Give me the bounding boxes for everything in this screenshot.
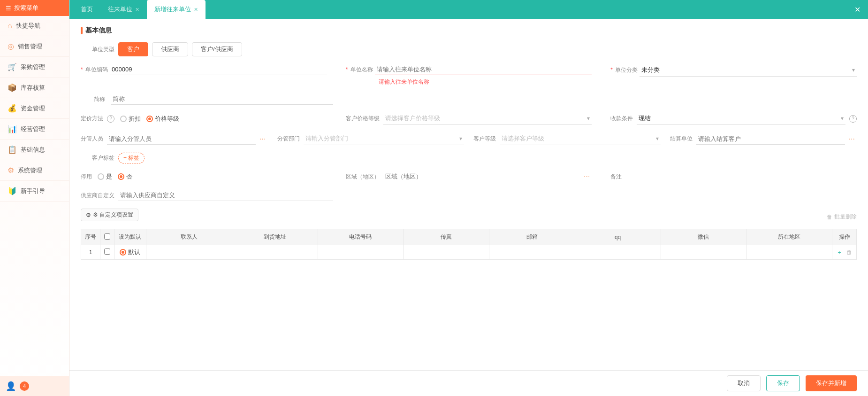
- sidebar-item-purchase[interactable]: 🛒 采购管理: [0, 57, 69, 78]
- qq-input[interactable]: [578, 249, 658, 256]
- tab-partners[interactable]: 往来单位 ✕: [100, 0, 147, 19]
- radio-no[interactable]: 否: [118, 172, 132, 181]
- row-checkbox[interactable]: [103, 248, 111, 255]
- custom-settings-label: ⚙ 自定义项设置: [93, 211, 133, 219]
- unit-category-label: * 单位分类: [610, 66, 638, 74]
- sidebar-item-operations[interactable]: 📊 经营管理: [0, 119, 69, 140]
- td-contact[interactable]: [146, 245, 232, 260]
- tab-partners-close[interactable]: ✕: [135, 7, 139, 13]
- radio-yes[interactable]: 是: [98, 172, 112, 181]
- customer-price-level-label: 客户价格等级: [346, 115, 380, 123]
- customer-level-select[interactable]: 请选择客户等级 ▾: [500, 132, 661, 145]
- add-row-icon[interactable]: ＋: [837, 249, 842, 256]
- th-action: 操作: [832, 229, 857, 245]
- disabled-radio-group: 是 否: [98, 172, 132, 181]
- contact-input[interactable]: [149, 249, 229, 256]
- wechat-input[interactable]: [664, 249, 744, 256]
- unit-name-field: * 单位名称 请输入往来单位名称: [346, 64, 592, 86]
- custom-settings-button[interactable]: ⚙ ⚙ 自定义项设置: [81, 209, 138, 221]
- region-label: 区域（地区）: [346, 173, 380, 181]
- region-more-icon[interactable]: ···: [582, 172, 592, 181]
- td-seq: 1: [81, 245, 100, 260]
- customer-price-level-field: 客户价格等级 请选择客户价格等级 ▾: [346, 112, 592, 125]
- region-input[interactable]: [383, 171, 580, 182]
- required-star2: *: [346, 66, 348, 73]
- customer-price-level-placeholder: 请选择客户价格等级: [385, 114, 440, 123]
- td-qq[interactable]: [575, 245, 661, 260]
- unit-code-input[interactable]: [110, 64, 327, 75]
- remark-input[interactable]: [625, 171, 857, 182]
- row-region-input[interactable]: [749, 249, 829, 256]
- select-all-checkbox[interactable]: [104, 233, 110, 240]
- tab-home-label: 首页: [81, 5, 93, 14]
- settlement-more-icon[interactable]: ···: [847, 135, 857, 143]
- td-phone[interactable]: [318, 245, 404, 260]
- payment-terms-field: 收款条件 现结 ▾ ?: [610, 112, 857, 125]
- customer-tags-label: 客户标签: [81, 154, 118, 162]
- manager-input[interactable]: [107, 133, 256, 145]
- sidebar-search[interactable]: ☰ 搜索菜单: [0, 0, 69, 16]
- delete-row-icon[interactable]: 🗑: [846, 249, 852, 256]
- short-name-input[interactable]: [111, 93, 333, 105]
- tab-new-partner[interactable]: 新增往来单位 ✕: [147, 0, 206, 19]
- td-email[interactable]: [489, 245, 575, 260]
- purchase-icon: 🛒: [8, 62, 17, 71]
- td-region[interactable]: [746, 245, 832, 260]
- sidebar-item-basic[interactable]: 📋 基础信息: [0, 140, 69, 160]
- radio-discount[interactable]: 折扣: [120, 115, 141, 123]
- home-icon: ⌂: [8, 22, 12, 30]
- radio-no-circle: [118, 173, 124, 180]
- row-default-radio[interactable]: 默认: [117, 248, 143, 256]
- pricing-help-icon[interactable]: ?: [107, 115, 114, 123]
- address-input[interactable]: [235, 249, 315, 256]
- batch-delete-button[interactable]: 🗑 批量删除: [827, 213, 857, 221]
- sidebar-item-inventory[interactable]: 📦 库存核算: [0, 78, 69, 98]
- system-icon: ⚙: [8, 166, 14, 175]
- email-input[interactable]: [492, 249, 572, 256]
- unit-name-input[interactable]: [375, 64, 592, 75]
- th-fax: 传真: [404, 229, 489, 245]
- phone-input[interactable]: [321, 249, 401, 256]
- settlement-unit-field: 结算单位 ···: [670, 133, 857, 145]
- td-fax[interactable]: [404, 245, 489, 260]
- chevron-down-icon3: ▾: [841, 115, 844, 122]
- payment-terms-select[interactable]: 现结 ▾: [637, 112, 845, 125]
- manager-more-icon[interactable]: ···: [258, 135, 267, 143]
- supplier-custom-label: 供应商自定义: [81, 192, 114, 200]
- unit-type-both[interactable]: 客户/供应商: [192, 42, 242, 56]
- sidebar-item-quick-nav[interactable]: ⌂ 快捷导航: [0, 16, 69, 36]
- section-title-text: 基本信息: [85, 26, 112, 35]
- required-star3: *: [610, 67, 613, 73]
- cancel-button[interactable]: 取消: [727, 375, 761, 391]
- table-row: 1 默认: [81, 245, 857, 260]
- basic-icon: 📋: [8, 145, 17, 154]
- add-tag-button[interactable]: + 标签: [118, 153, 145, 163]
- unit-category-select[interactable]: 未分类 ▾: [640, 64, 857, 77]
- tab-new-partner-close[interactable]: ✕: [194, 7, 198, 13]
- customer-level-placeholder: 请选择客户等级: [502, 134, 544, 143]
- payment-terms-help-icon[interactable]: ?: [849, 115, 857, 123]
- td-wechat[interactable]: [661, 245, 746, 260]
- customer-level-label: 客户等级: [473, 135, 496, 143]
- radio-price-level[interactable]: 价格等级: [146, 115, 179, 123]
- sidebar-item-finance[interactable]: 💰 资金管理: [0, 98, 69, 119]
- search-icon: ☰: [6, 5, 11, 12]
- td-address[interactable]: [232, 245, 318, 260]
- unit-type-supplier[interactable]: 供应商: [152, 42, 188, 56]
- customer-price-level-select[interactable]: 请选择客户价格等级 ▾: [383, 112, 592, 125]
- sidebar-item-label: 经营管理: [21, 125, 45, 133]
- sidebar-item-sales[interactable]: ◎ 销售管理: [0, 36, 69, 57]
- save-new-button[interactable]: 保存并新增: [806, 375, 857, 391]
- sidebar-item-system[interactable]: ⚙ 系统管理: [0, 160, 69, 181]
- unit-type-customer[interactable]: 客户: [118, 42, 148, 56]
- supplier-custom-input[interactable]: [118, 190, 333, 201]
- window-close-button[interactable]: ✕: [851, 5, 864, 14]
- department-select[interactable]: 请输入分管部门 ▾: [304, 132, 464, 145]
- bottom-action-bar: 取消 保存 保存并新增: [69, 370, 868, 396]
- remark-field: 备注: [610, 171, 857, 182]
- tab-home[interactable]: 首页: [73, 0, 100, 19]
- save-button[interactable]: 保存: [766, 375, 800, 391]
- sidebar-item-guide[interactable]: 🔰 新手引导: [0, 181, 69, 202]
- settlement-unit-input[interactable]: [696, 133, 845, 145]
- fax-input[interactable]: [406, 249, 486, 256]
